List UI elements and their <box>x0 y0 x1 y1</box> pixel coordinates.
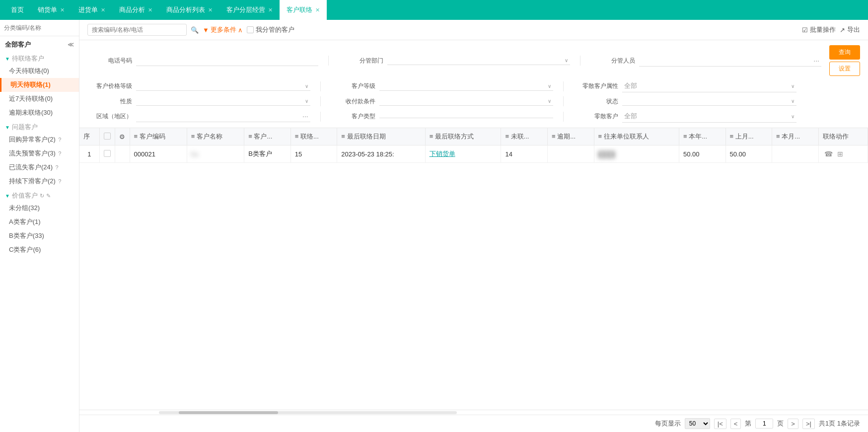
action-grid-icon[interactable]: ⊞ <box>837 150 843 158</box>
filter-grade-col: 客户等级 ∨ <box>331 82 554 91</box>
search-input[interactable] <box>87 24 187 36</box>
cell-unit-contact: ████ <box>594 145 679 163</box>
region-dots-icon[interactable]: ··· <box>302 112 308 120</box>
cell-overdue <box>547 145 594 163</box>
close-customer-contact-icon[interactable]: ✕ <box>315 7 320 13</box>
churn-help-icon: ? <box>58 150 61 156</box>
page-input[interactable] <box>755 419 773 429</box>
region-select[interactable]: ··· <box>136 111 310 122</box>
nav-home[interactable]: 首页 <box>4 0 31 20</box>
nature-select[interactable]: ∨ <box>136 97 310 106</box>
per-page-select[interactable]: 50 100 200 <box>685 418 710 429</box>
sidebar: 🔍 全部客户 ≪ ▼ 待联络客户 今天待联络(0) 明天待联络(1) 近7天待联… <box>0 20 79 432</box>
col-contact: ≡ 联络... <box>290 128 337 145</box>
nav-customer-contact[interactable]: 客户联络 ✕ <box>280 0 327 20</box>
col-type: ≡ 客户... <box>244 128 291 145</box>
last-method-link[interactable]: 下销货单 <box>430 150 455 157</box>
nav-customer-tier[interactable]: 客户分层经营 ✕ <box>219 0 280 20</box>
filter-search-icon[interactable]: 🔍 <box>191 26 199 34</box>
cell-unlinked: 14 <box>501 145 548 163</box>
col-name: ≡ 客户名称 <box>187 128 244 145</box>
query-button[interactable]: 查询 <box>829 45 860 60</box>
sidebar-today-pending[interactable]: 今天待联络(0) <box>0 64 79 78</box>
sidebar-churn-warning[interactable]: 流失预警客户(3) ? <box>0 146 79 160</box>
grade-label: 客户等级 <box>331 82 375 90</box>
status-select[interactable]: ∨ <box>622 97 796 106</box>
select-all-checkbox[interactable] <box>104 133 111 140</box>
row-checkbox[interactable] <box>104 150 111 157</box>
nav-purchase[interactable]: 进货单 ✕ <box>72 0 112 20</box>
more-conditions-btn[interactable]: ▼ 更多条件 ∧ <box>203 25 243 34</box>
sidebar-churned[interactable]: 已流失客户(24) ? <box>0 160 79 174</box>
col-last-month: ≡ 上月... <box>725 128 772 145</box>
filter-phone-col: 电话号码 <box>87 56 318 66</box>
sidebar-ungrouped[interactable]: 未分组(32) <box>0 201 79 215</box>
col-checkbox[interactable] <box>99 128 115 145</box>
sidebar-declining[interactable]: 持续下滑客户(2) ? <box>0 174 79 188</box>
nature-chevron-icon: ∨ <box>305 98 308 104</box>
nav-sales[interactable]: 销货单 ✕ <box>31 0 72 20</box>
filter-row-4: 区域（地区） ··· 客户类型 零散客户 <box>87 110 860 123</box>
sidebar-overdue-pending[interactable]: 逾期未联络(30) <box>0 106 79 120</box>
last-page-btn[interactable]: >| <box>802 419 815 429</box>
my-customers-check-icon[interactable] <box>247 26 254 33</box>
col-this-month: ≡ 本月... <box>772 128 819 145</box>
value-arrow-icon: ▼ <box>5 193 10 199</box>
sidebar-repurchase-abnormal[interactable]: 回购异常客户(2) ? <box>0 133 79 146</box>
phone-label: 电话号码 <box>87 57 132 65</box>
sidebar-b-class[interactable]: B类客户(33) <box>0 229 79 243</box>
bulk-op-btn[interactable]: ☑ 批量操作 <box>802 25 836 34</box>
retail-attr-label: 零散客户属性 <box>574 82 618 90</box>
close-customer-tier-icon[interactable]: ✕ <box>268 7 273 13</box>
close-product-analysis-icon[interactable]: ✕ <box>148 7 152 13</box>
cell-last-date: 2023-05-23 18:25: <box>337 145 425 163</box>
prev-page-btn[interactable]: < <box>730 419 741 429</box>
main-layout: 🔍 全部客户 ≪ ▼ 待联络客户 今天待联络(0) 明天待联络(1) 近7天待联… <box>0 20 868 432</box>
nav-product-analysis-list[interactable]: 商品分析列表 ✕ <box>159 0 219 20</box>
value-edit-icon[interactable]: ✎ <box>46 193 51 199</box>
cell-name: Ea <box>187 145 244 163</box>
scrollbar-thumb[interactable] <box>179 411 278 414</box>
sidebar-tomorrow-pending[interactable]: 明天待联络(1) <box>0 78 79 92</box>
filter-value-grade-col: 客户价格等级 ∨ <box>87 82 310 91</box>
value-group-label: ▼ 价值客户 ↻ ✎ <box>0 188 79 201</box>
divider-4 <box>563 81 564 91</box>
dept-select[interactable]: ∨ <box>387 56 570 65</box>
my-customers-checkbox[interactable]: 我分管的客户 <box>247 25 294 34</box>
manager-dots-icon[interactable]: ··· <box>813 57 819 65</box>
retail2-label: 零散客户 <box>574 112 618 121</box>
close-product-analysis-list-icon[interactable]: ✕ <box>208 7 213 13</box>
grade-select[interactable]: ∨ <box>379 82 554 91</box>
cell-code: 000021 <box>130 145 187 163</box>
nav-product-analysis[interactable]: 商品分析 ✕ <box>112 0 159 20</box>
phone-input[interactable] <box>136 56 318 66</box>
first-page-btn[interactable]: |< <box>714 419 726 429</box>
filter-type-col: 客户类型 <box>331 112 554 121</box>
export-btn[interactable]: ↗ 导出 <box>840 25 860 34</box>
horizontal-scrollbar[interactable] <box>79 410 868 415</box>
col-setting[interactable]: ⚙ <box>115 128 130 145</box>
retail-attr-select[interactable]: 全部 ∨ <box>622 80 796 92</box>
cell-this-year: 50.00 <box>679 145 725 163</box>
value-refresh-icon[interactable]: ↻ <box>40 193 44 199</box>
set-button[interactable]: 设置 <box>829 62 860 76</box>
all-customers-header: 全部客户 ≪ <box>0 36 79 51</box>
sidebar-search-input[interactable] <box>4 24 78 31</box>
retail2-select[interactable]: 全部 ∨ <box>622 110 796 123</box>
nature-label: 性质 <box>87 97 132 106</box>
close-sales-icon[interactable]: ✕ <box>60 7 65 13</box>
sidebar-7days-pending[interactable]: 近7天待联络(0) <box>0 92 79 106</box>
cell-checkbox[interactable] <box>99 145 115 163</box>
value-grade-select[interactable]: ∨ <box>136 82 310 91</box>
declining-help-icon: ? <box>58 178 61 184</box>
sidebar-c-class[interactable]: C类客户(6) <box>0 243 79 257</box>
type-select[interactable] <box>379 115 554 118</box>
close-purchase-icon[interactable]: ✕ <box>101 7 105 13</box>
action-phone-icon[interactable]: ☎ <box>824 150 833 158</box>
filter-bar: 🔍 ▼ 更多条件 ∧ 我分管的客户 ☑ 批量操作 ↗ 导出 <box>79 20 868 40</box>
sidebar-a-class[interactable]: A类客户(1) <box>0 215 79 229</box>
collapse-sidebar-icon[interactable]: ≪ <box>68 41 74 48</box>
payment-select[interactable]: ∨ <box>379 97 554 106</box>
manager-select[interactable]: ··· <box>639 55 821 67</box>
next-page-btn[interactable]: > <box>788 419 798 429</box>
